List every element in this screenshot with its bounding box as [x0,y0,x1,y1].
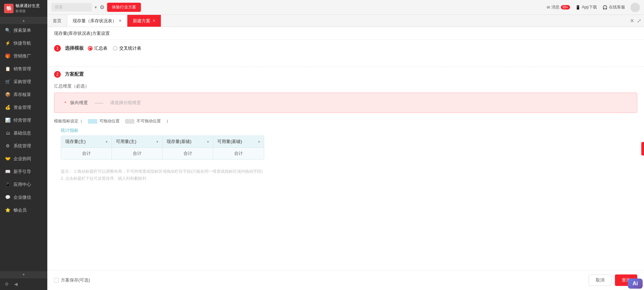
dimension-dash: —— [95,100,103,105]
cancel-button[interactable]: 取消 [589,274,612,286]
quick-nav-icon: ⚡ [5,40,11,46]
tab-inventory-label: 现存量（库存状况表） [73,18,117,24]
stats-header-2[interactable]: 现存量(基辅) ▾ [163,136,213,147]
step1-divider [47,67,644,67]
basic-icon: 🗂 [5,130,11,136]
sidebar-item-system[interactable]: ⚙ 系统管理 [0,140,47,152]
chevron-down-icon-3: ▾ [258,140,260,144]
content-area: 现存量(库存状况表)方案设置 1 选择模板 汇总表 交叉统计表 [47,27,644,270]
dimension-box[interactable]: * 纵向维度 —— 请选择分组维度 [54,93,637,113]
sidebar-settings-icon[interactable]: ⚙ [5,282,9,287]
page-title: 现存量(库存状况表)方案设置 [47,27,644,40]
app-logo: 畅 畅康通好生意 标准版 [0,0,47,17]
tabbar: 首页 现存量（库存状况表） ✕ 新建方案 ✕ ✕ ⤢ [47,15,644,27]
indicator-legend: 模板指标设定（ 可拖动位置 不可拖动位置 ） [54,118,637,124]
ai-float-button[interactable]: Ai [628,279,643,289]
tab-new[interactable]: 新建方案 ✕ [127,15,161,27]
online-service-item[interactable]: 🎧 在线客服 [602,4,625,10]
sidebar-item-quick-nav[interactable]: ⚡ 快捷导航 [0,37,47,50]
management-icon: 📊 [5,117,11,123]
wechat-icon: 💬 [5,194,11,200]
logo-text-block: 畅康通好生意 标准版 [16,3,40,14]
vertical-dim-label: 纵向维度 [70,100,88,106]
sidebar-item-basic[interactable]: 🗂 基础信息 [0,127,47,140]
messages-label: 消息 [551,4,560,10]
stats-data-0: 合计 [61,148,112,159]
stats-header-1[interactable]: 可用量(主) ▾ [112,136,163,147]
save-label: 方案保存(可选) [61,277,90,283]
sidebar-scroll-up[interactable]: ▲ [0,17,47,24]
stats-header-row: 现存量(主) ▾ 可用量(主) ▾ 现存量(基辅) ▾ 可用量(基辅) [61,136,264,147]
stats-section: 统计指标 现存量(主) ▾ 可用量(主) ▾ 现存量(基辅) [61,127,630,161]
sidebar-item-purchase[interactable]: 🛒 采购管理 [0,75,47,88]
coop-icon: 🤝 [5,156,11,162]
radio-cross[interactable]: 交叉统计表 [113,45,141,51]
gear-button[interactable]: ⚙ [100,4,104,10]
mobile-icon: 📱 [575,5,580,10]
user-avatar[interactable] [630,3,640,12]
dimension-placeholder: 请选择分组维度 [110,100,141,106]
stats-title: 统计指标 [61,127,630,134]
search-text: 搜索 [55,5,63,9]
radio-cross-circle [113,46,118,51]
main-area: 搜索 ▾ ⚙ 体验行业方案 ✉ 消息 99+ 📱 App下载 🎧 在线客服 [47,0,644,290]
sidebar-item-sales[interactable]: 📋 销售管理 [0,63,47,75]
sidebar-item-search[interactable]: 🔍 搜索菜单 [0,24,47,37]
legend-draggable-item: 可拖动位置 [88,118,120,124]
trial-btn[interactable]: 体验行业方案 [107,3,141,12]
dropdown-icon[interactable]: ▾ [95,5,97,10]
sidebar-item-finance[interactable]: 💰 资金管理 [0,101,47,114]
app-center-icon: 📱 [5,182,11,188]
legend-fixed-box [125,119,134,124]
tab-close-action[interactable]: ✕ [630,18,634,24]
indicator-legend-title: 模板指标设定（ [54,118,82,124]
step2-row: 2 方案配置 [54,71,637,78]
sidebar-item-guide[interactable]: 📖 新手引导 [0,165,47,178]
topbar-left: 搜索 ▾ ⚙ 体验行业方案 [51,3,543,12]
step1-section: 1 选择模板 汇总表 交叉统计表 [47,40,644,63]
messages-item[interactable]: ✉ 消息 99+ [547,4,570,10]
save-checkbox[interactable] [54,278,59,283]
topbar-right: ✉ 消息 99+ 📱 App下载 🎧 在线客服 [547,3,640,12]
sidebar-item-member[interactable]: ⭐ 畅会员 [0,204,47,217]
stats-header-0[interactable]: 现存量(主) ▾ [61,136,112,147]
member-icon: ⭐ [5,207,11,213]
step2-section: 2 方案配置 汇总维度（必选） * 纵向维度 —— 请选择分组维度 模板指标设定… [47,71,644,192]
sidebar-item-marketing[interactable]: 🎁 营销推广 [0,50,47,63]
app-version: 标准版 [16,9,40,14]
tab-inventory[interactable]: 现存量（库存状况表） ✕ [67,15,127,27]
stats-table: 现存量(主) ▾ 可用量(主) ▾ 现存量(基辅) ▾ 可用量(基辅) [61,136,264,160]
save-check[interactable]: 方案保存(可选) [54,277,90,283]
sidebar-item-app-center[interactable]: 📱 应用中心 [0,178,47,191]
step2-title: 方案配置 [65,71,84,77]
sidebar-bottom: ⚙ ◀ [0,278,47,290]
guide-icon: 📖 [5,169,11,175]
finance-icon: 💰 [5,104,11,111]
tab-home-label: 首页 [53,18,61,24]
stats-header-3[interactable]: 可用量(基辅) ▾ [213,136,264,147]
legend-draggable-box [88,119,97,124]
sales-icon: 📋 [5,66,11,72]
tab-new-close[interactable]: ✕ [152,19,155,23]
step1-row: 1 选择模板 汇总表 交叉统计表 [54,45,637,52]
tab-expand-action[interactable]: ⤢ [637,18,641,24]
app-download-item[interactable]: 📱 App下载 [575,4,597,10]
radio-cross-label: 交叉统计表 [119,45,141,51]
message-icon: ✉ [547,5,550,10]
sidebar-item-management[interactable]: 📊 经营管理 [0,114,47,127]
headset-icon: 🎧 [602,5,608,10]
sidebar-item-coop[interactable]: 🤝 企业协同 [0,152,47,165]
sidebar-item-wechat[interactable]: 💬 企业微信 [0,191,47,204]
messages-badge: 99+ [561,5,570,9]
tabbar-actions: ✕ ⤢ [630,18,644,24]
step1-badge: 1 [54,45,61,52]
legend-fixed-label: 不可拖动位置 [137,118,161,124]
purchase-icon: 🛒 [5,79,11,85]
tab-home[interactable]: 首页 [47,15,67,27]
sidebar-scroll-down[interactable]: ▼ [0,271,47,278]
radio-summary[interactable]: 汇总表 [88,45,107,51]
sidebar-collapse-icon[interactable]: ◀ [14,282,18,287]
stats-data-2: 合计 [163,148,213,159]
tab-inventory-close[interactable]: ✕ [119,19,122,23]
sidebar-item-inventory[interactable]: 📦 库存核算 [0,88,47,101]
